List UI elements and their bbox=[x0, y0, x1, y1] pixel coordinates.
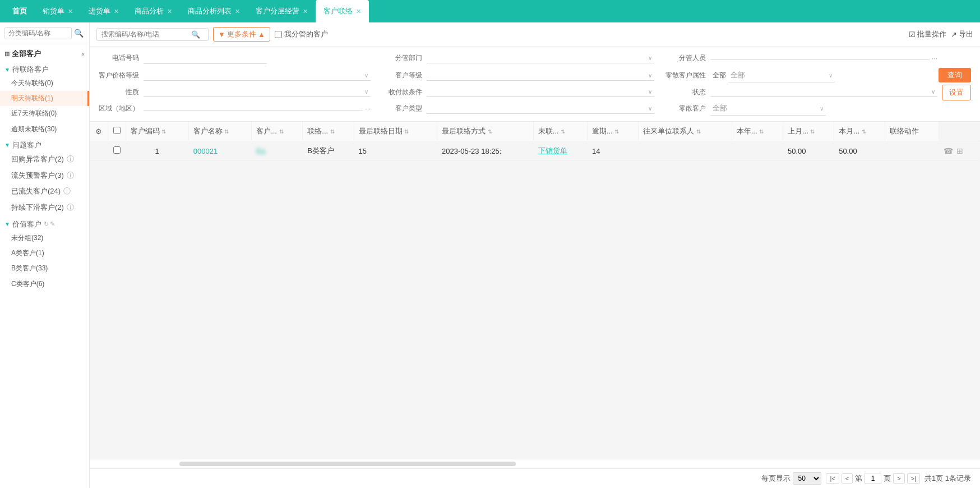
row-action-icon2[interactable]: ⊞ bbox=[956, 146, 963, 155]
sidebar-item-churned[interactable]: 已流失客户(24) ⓘ bbox=[0, 183, 89, 200]
main-search-icon[interactable]: 🔍 bbox=[191, 30, 200, 39]
col-contact-person[interactable]: 往来单位联系人 ⇅ bbox=[639, 122, 732, 141]
filter-select-nature[interactable]: ∨ bbox=[144, 87, 371, 97]
sidebar-search-input[interactable] bbox=[4, 27, 72, 39]
nav-customer-contact-close[interactable]: ✕ bbox=[356, 8, 361, 15]
main-search-input[interactable] bbox=[101, 30, 191, 38]
filter-label-phone: 电话号码 bbox=[99, 53, 144, 63]
row-check[interactable] bbox=[108, 141, 126, 161]
batch-op-button[interactable]: ☑ 批量操作 bbox=[909, 29, 946, 39]
row-last-contact-method[interactable]: 下销货单 bbox=[533, 141, 587, 161]
filter-input-phone[interactable] bbox=[144, 52, 267, 64]
filter-select-retail-attr[interactable]: 全部 ∨ bbox=[728, 68, 835, 82]
page-input[interactable] bbox=[865, 473, 881, 484]
filter-row-4: 区域（地区） ··· 客户类型 ∨ bbox=[99, 102, 937, 116]
filter-cell-nature: 性质 ∨ bbox=[99, 87, 371, 97]
sidebar-all-customers[interactable]: ⊞ 全部客户 « bbox=[0, 44, 89, 61]
filter-select-customer-level[interactable]: ∨ bbox=[427, 71, 654, 81]
col-check[interactable] bbox=[108, 122, 126, 141]
row-code[interactable]: 000021 bbox=[188, 141, 251, 161]
sidebar-item-ungrouped[interactable]: 未分组(32) bbox=[0, 231, 89, 246]
nav-purchase-close[interactable]: ✕ bbox=[114, 8, 119, 15]
filter-label-price-level: 客户价格等级 bbox=[99, 71, 144, 80]
filter-select-region[interactable] bbox=[144, 107, 363, 111]
filter-dots-region[interactable]: ··· bbox=[365, 105, 371, 113]
sidebar-item-tomorrow[interactable]: 明天待联络(1) bbox=[0, 91, 89, 106]
per-page-select[interactable]: 50 100 200 bbox=[793, 472, 821, 485]
more-filters-button[interactable]: ▼ 更多条件 ▲ bbox=[213, 27, 270, 42]
sidebar-item-abnormal[interactable]: 回购异常客户(2) ⓘ bbox=[0, 151, 89, 168]
sidebar-group-pending[interactable]: ▼ 待联络客户 bbox=[0, 61, 89, 76]
collapse-icon[interactable]: « bbox=[81, 50, 85, 57]
col-last-contact-method[interactable]: 最后联络方式 ⇅ bbox=[437, 122, 534, 141]
nav-customer-tier-close[interactable]: ✕ bbox=[303, 8, 308, 15]
export-button[interactable]: ↗ 导出 bbox=[951, 29, 973, 39]
col-customer-type[interactable]: 客户... ⇅ bbox=[252, 122, 303, 141]
nav-sales[interactable]: 销货单 ✕ bbox=[35, 0, 81, 22]
col-gear[interactable]: ⚙ bbox=[90, 122, 108, 141]
nav-customer-tier[interactable]: 客户分层经营 ✕ bbox=[248, 0, 316, 22]
sidebar-item-today[interactable]: 今天待联络(0) bbox=[0, 76, 89, 91]
col-customer-code[interactable]: 客户编码 ⇅ bbox=[126, 122, 188, 141]
edit-icon[interactable]: ✎ bbox=[50, 220, 55, 228]
table-body: 1 000021 Ea B类客户 15 2023-05-23 18:25: 下销… bbox=[90, 141, 980, 161]
sidebar-item-churn-warning[interactable]: 流失预警客户(3) ⓘ bbox=[0, 168, 89, 184]
sidebar-search-icon[interactable]: 🔍 bbox=[74, 29, 84, 38]
filter-row-2: 客户价格等级 ∨ 客户等级 ∨ bbox=[99, 68, 937, 82]
row-checkbox[interactable] bbox=[113, 146, 121, 154]
sidebar-group-value[interactable]: ▼ 价值客户 ↻ ✎ bbox=[0, 216, 89, 231]
filter-select-price-level[interactable]: ∨ bbox=[144, 71, 371, 81]
total-records: 共1页 1条记录 bbox=[924, 473, 971, 484]
col-this-year[interactable]: 本年... ⇅ bbox=[732, 122, 783, 141]
next-page-btn[interactable]: > bbox=[893, 473, 904, 484]
col-contact-count[interactable]: 联络... ⇅ bbox=[303, 122, 354, 141]
col-action[interactable]: 联络动作 bbox=[885, 122, 939, 141]
chevron-down-dept: ∨ bbox=[648, 55, 652, 61]
refresh-icon[interactable]: ↻ bbox=[44, 220, 49, 228]
sidebar-item-overdue[interactable]: 逾期未联络(30) bbox=[0, 122, 89, 137]
filter-select-payment[interactable]: ∨ bbox=[427, 87, 654, 97]
sidebar-item-c-class[interactable]: C类客户(6) bbox=[0, 277, 89, 292]
last-page-btn[interactable]: >| bbox=[907, 473, 920, 484]
filter-cell-status: 状态 ∨ bbox=[665, 87, 937, 97]
first-page-btn[interactable]: |< bbox=[826, 473, 839, 484]
sidebar-item-7days[interactable]: 近7天待联络(0) bbox=[0, 106, 89, 121]
select-all-checkbox[interactable] bbox=[113, 127, 121, 134]
col-uncontacted[interactable]: 未联... ⇅ bbox=[533, 122, 587, 141]
nav-sales-close[interactable]: ✕ bbox=[68, 8, 73, 15]
nav-purchase[interactable]: 进货单 ✕ bbox=[81, 0, 127, 22]
nav-customer-contact[interactable]: 客户联络 ✕ bbox=[316, 0, 369, 22]
row-action-icon1[interactable]: ☎ bbox=[944, 146, 953, 155]
query-button[interactable]: 查询 bbox=[939, 68, 971, 82]
filter-select-status[interactable]: ∨ bbox=[710, 87, 937, 97]
filter-select-person[interactable] bbox=[710, 56, 930, 60]
sidebar-group-problem[interactable]: ▼ 问题客户 bbox=[0, 137, 89, 151]
nav-product-list[interactable]: 商品分析列表 ✕ bbox=[180, 0, 248, 22]
prev-page-btn[interactable]: < bbox=[842, 473, 853, 484]
col-overdue[interactable]: 逾期... ⇅ bbox=[587, 122, 638, 141]
nav-product-list-close[interactable]: ✕ bbox=[235, 8, 240, 15]
horizontal-scrollbar[interactable] bbox=[179, 462, 516, 466]
filter-row-3: 性质 ∨ 收付款条件 ∨ bbox=[99, 87, 937, 97]
row-name[interactable]: Ea bbox=[252, 141, 303, 161]
my-customers-checkbox-wrap[interactable]: 我分管的客户 bbox=[275, 29, 328, 39]
info-icon-abnormal: ⓘ bbox=[67, 155, 74, 163]
sidebar-item-b-class[interactable]: B类客户(33) bbox=[0, 261, 89, 276]
filter-select-dept[interactable]: ∨ bbox=[427, 53, 654, 63]
col-last-contact-date[interactable]: 最后联络日期 ⇅ bbox=[354, 122, 437, 141]
filter-select-customer-type[interactable]: ∨ bbox=[427, 104, 654, 114]
col-last-month[interactable]: 上月... ⇅ bbox=[783, 122, 834, 141]
grid-icon: ⊞ bbox=[4, 50, 10, 58]
filter-dots-person[interactable]: ··· bbox=[932, 54, 937, 62]
row-num: 1 bbox=[126, 141, 188, 161]
col-this-month[interactable]: 本月... ⇅ bbox=[834, 122, 885, 141]
my-customers-checkbox[interactable] bbox=[275, 31, 282, 38]
nav-home[interactable]: 首页 bbox=[4, 0, 35, 22]
sidebar-item-a-class[interactable]: A类客户(1) bbox=[0, 246, 89, 261]
settings-button[interactable]: 设置 bbox=[942, 85, 971, 100]
nav-product-analysis[interactable]: 商品分析 ✕ bbox=[127, 0, 180, 22]
sidebar-item-declining[interactable]: 持续下滑客户(2) ⓘ bbox=[0, 200, 89, 216]
filter-select-retail-customer[interactable]: 全部 ∨ bbox=[710, 102, 826, 116]
nav-product-analysis-close[interactable]: ✕ bbox=[167, 8, 172, 15]
col-customer-name[interactable]: 客户名称 ⇅ bbox=[188, 122, 251, 141]
